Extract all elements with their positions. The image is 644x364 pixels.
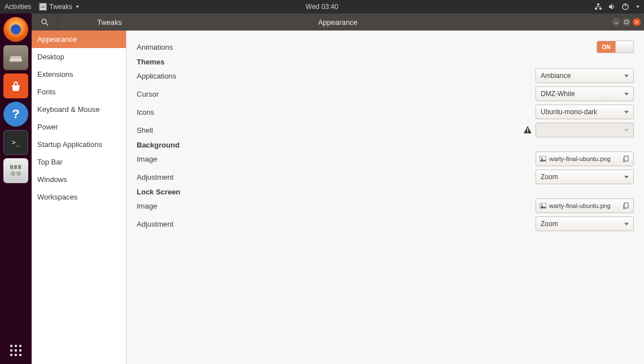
image-icon (539, 203, 546, 209)
svg-rect-11 (10, 165, 13, 169)
dock: ? >_ (0, 14, 32, 364)
dock-firefox[interactable] (3, 17, 28, 42)
background-image-chooser[interactable]: warty-final-ubuntu.png (536, 151, 634, 166)
svg-point-25 (541, 158, 542, 159)
sidebar-item-extensions[interactable]: Extensions (32, 66, 126, 83)
sidebar-item-power[interactable]: Power (32, 118, 126, 136)
svg-rect-9 (10, 56, 21, 58)
animations-label: Animations (137, 43, 597, 51)
svg-rect-22 (527, 128, 528, 131)
lockscreen-heading: Lock Screen (137, 188, 634, 196)
icons-label: Icons (137, 108, 536, 116)
window-title-center: Appearance (318, 18, 358, 27)
dock-tweaks[interactable] (3, 158, 28, 183)
gnome-top-panel: Activities Tweaks Wed 03:40 (0, 0, 644, 14)
background-adjustment-label: Adjustment (137, 173, 536, 181)
search-button[interactable] (32, 14, 58, 31)
maximize-button[interactable] (623, 18, 630, 26)
close-button[interactable] (633, 18, 641, 26)
chevron-down-icon (624, 176, 629, 179)
svg-line-17 (46, 23, 48, 25)
sidebar-item-keyboard-mouse[interactable]: Keyboard & Mouse (32, 101, 126, 118)
svg-rect-19 (625, 20, 628, 24)
svg-rect-3 (597, 3, 599, 5)
chevron-down-icon (624, 75, 629, 77)
svg-point-15 (16, 171, 21, 176)
sidebar-item-top-bar[interactable]: Top Bar (32, 153, 126, 171)
chevron-down-icon (624, 223, 629, 226)
themes-heading: Themes (137, 58, 634, 66)
svg-rect-5 (599, 8, 602, 10)
sidebar-item-appearance[interactable]: Appearance (32, 31, 126, 48)
background-heading: Background (137, 141, 634, 149)
svg-rect-1 (41, 6, 45, 6)
svg-point-16 (42, 19, 46, 24)
chevron-down-icon[interactable] (636, 6, 639, 8)
panel-clock[interactable]: Wed 03:40 (306, 3, 338, 11)
activities-button[interactable]: Activities (5, 3, 31, 11)
minimize-button[interactable] (612, 18, 620, 26)
svg-rect-2 (41, 7, 45, 8)
sidebar-item-startup-applications[interactable]: Startup Applications (32, 136, 126, 153)
dock-files[interactable] (3, 45, 28, 70)
svg-rect-26 (624, 156, 628, 161)
svg-rect-4 (595, 8, 597, 10)
sidebar-item-workspaces[interactable]: Workspaces (32, 188, 126, 206)
animations-toggle[interactable]: ON (597, 41, 634, 53)
chevron-down-icon (76, 6, 79, 8)
sidebar-item-fonts[interactable]: Fonts (32, 83, 126, 101)
window-title-left: Tweaks (63, 18, 158, 27)
lockscreen-image-label: Image (137, 202, 536, 210)
app-menu[interactable]: Tweaks (39, 3, 79, 11)
image-icon (539, 156, 546, 162)
power-icon[interactable] (621, 3, 629, 11)
lockscreen-image-chooser[interactable]: warty-final-ubuntu.png (536, 198, 634, 213)
svg-rect-23 (527, 132, 528, 133)
svg-point-8 (11, 24, 21, 34)
cursor-label: Cursor (137, 90, 536, 98)
chevron-down-icon (624, 129, 629, 132)
search-icon (41, 18, 49, 26)
applications-label: Applications (137, 72, 536, 80)
tweaks-window: Tweaks Appearance Appearance Desktop Ext… (32, 14, 644, 364)
tweaks-menu-icon (39, 3, 47, 11)
svg-rect-7 (625, 3, 625, 7)
applications-theme-combo[interactable]: Ambiance (536, 68, 634, 83)
svg-rect-10 (10, 58, 22, 62)
file-open-icon (623, 155, 630, 162)
svg-point-28 (541, 205, 542, 206)
icons-theme-combo[interactable]: Ubuntu-mono-dark (536, 105, 634, 119)
sidebar: Appearance Desktop Extensions Fonts Keyb… (32, 31, 127, 364)
chevron-down-icon (624, 111, 629, 114)
background-adjustment-combo[interactable]: Zoom (536, 170, 634, 184)
svg-point-14 (11, 171, 15, 176)
titlebar: Tweaks Appearance (32, 14, 644, 31)
network-icon[interactable] (594, 3, 602, 11)
warning-icon (523, 125, 532, 135)
shell-theme-combo (536, 123, 634, 137)
file-open-icon (623, 202, 630, 209)
volume-icon[interactable] (608, 3, 616, 11)
svg-rect-12 (14, 165, 17, 169)
svg-rect-0 (40, 3, 46, 10)
dock-show-apps[interactable] (10, 345, 21, 356)
sidebar-item-windows[interactable]: Windows (32, 171, 126, 188)
dock-help[interactable]: ? (3, 102, 28, 127)
svg-rect-29 (624, 203, 628, 208)
content-area: Animations ON Themes Applications Ambian… (127, 31, 644, 364)
dock-software[interactable] (3, 73, 28, 98)
background-image-label: Image (137, 155, 536, 163)
svg-rect-13 (18, 165, 21, 169)
lockscreen-adjustment-label: Adjustment (137, 220, 536, 228)
sidebar-item-desktop[interactable]: Desktop (32, 48, 126, 66)
chevron-down-icon (624, 93, 629, 96)
lockscreen-adjustment-combo[interactable]: Zoom (536, 216, 634, 231)
cursor-theme-combo[interactable]: DMZ-White (536, 86, 634, 101)
dock-terminal[interactable]: >_ (3, 130, 28, 155)
shell-label: Shell (137, 126, 523, 135)
